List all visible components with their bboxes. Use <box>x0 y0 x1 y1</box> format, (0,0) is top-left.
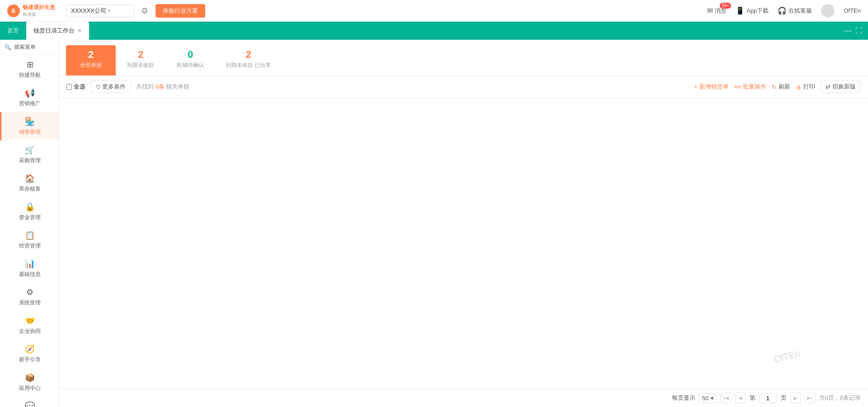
company-selector[interactable]: XXXXXX公司 ▾ <box>66 5 134 17</box>
plus-icon: + <box>694 84 698 90</box>
marketing-icon: 📢 <box>25 88 35 98</box>
sidebar-item-basic[interactable]: 📊 基础信息 <box>0 254 58 283</box>
next-page-button[interactable]: ▶ <box>790 393 801 403</box>
sidebar-item-wechat[interactable]: 💬 企业微信 <box>0 397 58 407</box>
mobile-icon: 📱 <box>736 6 745 15</box>
tab-bar-actions: — ⛶ <box>844 27 868 35</box>
main-layout: 🔍 搜索菜单 ⊞ 快捷导航 📢 营销推广 🏪 销售管理 🛒 采购管理 🏠 库存核… <box>0 40 868 407</box>
refresh-button[interactable]: ↻ 刷新 <box>772 83 790 91</box>
grid-icon: ⊞ <box>27 60 33 70</box>
sidebar-item-system[interactable]: ⚙ 系统管理 <box>0 283 58 311</box>
company-name: XXXXXX公司 <box>71 7 106 15</box>
sidebar-item-inventory[interactable]: 🏠 库存核算 <box>0 169 58 197</box>
stat-tab-overdue-not-shipped[interactable]: 2 到期未收款 已出库 <box>215 45 282 75</box>
switch-version-button[interactable]: ⇄ 切换新版 <box>821 80 861 93</box>
online-service-button[interactable]: 🎧 在线客服 <box>778 6 812 15</box>
logo-icon: 6 <box>7 5 20 17</box>
trial-button[interactable]: 体验行业方案 <box>156 4 205 18</box>
sidebar-item-appstore[interactable]: 📦 应用中心 <box>0 368 58 397</box>
page-unit: 页 <box>781 394 787 402</box>
sidebar-item-quick-nav[interactable]: ⊞ 快捷导航 <box>0 55 58 84</box>
operation-icon: 📋 <box>25 230 35 240</box>
batch-operation-button[interactable]: ≡≡ 批量操作 <box>734 83 766 91</box>
total-info: 共0页，0条记录 <box>819 394 861 402</box>
coop-icon: 🤝 <box>25 316 35 326</box>
select-all-checkbox[interactable]: 全选 <box>66 83 85 91</box>
gear-icon: ⚙ <box>141 6 148 16</box>
stat-tab-wangpu[interactable]: 0 旺铺待确认 <box>165 45 215 75</box>
system-icon: ⚙ <box>26 287 33 297</box>
dropdown-arrow-icon: ▾ <box>711 395 714 402</box>
tab-bar: 首页 钱货日清工作台 ✕ — ⛶ <box>0 22 868 40</box>
purchase-icon: 🛒 <box>25 145 35 155</box>
stat-tab-all[interactable]: 2 全部单据 <box>66 45 116 75</box>
appstore-icon: 📦 <box>25 373 35 383</box>
chevron-down-icon: ▾ <box>108 8 110 13</box>
per-page-label: 每页显示 <box>672 394 695 402</box>
sidebar-item-coop[interactable]: 🤝 企业协同 <box>0 311 58 340</box>
message-badge: 99+ <box>720 3 731 9</box>
page-input[interactable] <box>759 393 777 403</box>
toolbar: 全选 ▽ 更多条件 共找到 0条 相关单据 + 新增销货单 ≡≡ 批量操作 <box>59 76 868 98</box>
stat-tab-overdue-unpaid[interactable]: 2 到期未收款 <box>116 45 165 75</box>
per-page-select[interactable]: 50 ▾ <box>699 393 717 403</box>
settings-button[interactable]: ⚙ <box>137 4 152 18</box>
checkbox-input[interactable] <box>66 84 72 90</box>
guide-icon: 🧭 <box>25 344 35 354</box>
filter-icon: ▽ <box>96 84 100 90</box>
page-label: 第 <box>750 394 755 402</box>
sidebar-item-finance[interactable]: 🔒 资金管理 <box>0 197 58 226</box>
message-icon: ✉ <box>707 6 713 15</box>
headset-icon: 🎧 <box>778 6 787 15</box>
refresh-icon: ↻ <box>772 84 777 90</box>
pagination: 每页显示 50 ▾ |◀ ◀ 第 页 ▶ ▶| 共0页，0条记录 <box>59 388 868 407</box>
prev-page-button[interactable]: ◀ <box>735 393 746 403</box>
logo-text: 畅捷通好生意 标准版 <box>23 4 55 18</box>
tab-home[interactable]: 首页 <box>0 22 26 40</box>
content-area: 2 全部单据 2 到期未收款 0 旺铺待确认 2 到期未收款 已出库 全选 <box>59 40 868 407</box>
table-area <box>59 98 868 388</box>
sidebar: 🔍 搜索菜单 ⊞ 快捷导航 📢 营销推广 🏪 销售管理 🛒 采购管理 🏠 库存核… <box>0 40 59 407</box>
stats-tabs: 2 全部单据 2 到期未收款 0 旺铺待确认 2 到期未收款 已出库 <box>59 40 868 76</box>
header-right: ✉ 消息 99+ 📱 App下载 🎧 在线客服 OfTEn <box>707 4 861 18</box>
sidebar-item-marketing[interactable]: 📢 营销推广 <box>0 84 58 112</box>
app-download-button[interactable]: 📱 App下载 <box>736 6 769 15</box>
basic-icon: 📊 <box>25 259 35 269</box>
add-sales-order-button[interactable]: + 新增销货单 <box>694 83 729 91</box>
wechat-icon: 💬 <box>25 401 35 407</box>
print-icon: 🖨 <box>796 84 802 90</box>
sales-icon: 🏪 <box>25 117 35 126</box>
sidebar-item-purchase[interactable]: 🛒 采购管理 <box>0 140 58 169</box>
user-name[interactable]: OfTEn <box>844 7 861 14</box>
filter-button[interactable]: ▽ 更多条件 <box>91 80 131 93</box>
sidebar-item-guide[interactable]: 🧭 新手引导 <box>0 340 58 368</box>
minimize-icon[interactable]: — <box>844 27 852 35</box>
finance-icon: 🔒 <box>25 202 35 212</box>
selected-info: 共找到 0条 相关单据 <box>136 83 189 91</box>
sidebar-search-button[interactable]: 🔍 搜索菜单 <box>0 40 58 55</box>
message-button[interactable]: ✉ 消息 99+ <box>707 6 726 15</box>
maximize-icon[interactable]: ⛶ <box>855 27 863 35</box>
logo-area: 6 畅捷通好生意 标准版 <box>7 4 66 18</box>
batch-icon: ≡≡ <box>734 84 741 90</box>
last-page-button[interactable]: ▶| <box>805 393 816 403</box>
toolbar-right: + 新增销货单 ≡≡ 批量操作 ↻ 刷新 🖨 打印 ⇄ 切换新版 <box>694 80 861 93</box>
first-page-button[interactable]: |◀ <box>721 393 731 403</box>
print-button[interactable]: 🖨 打印 <box>796 83 815 91</box>
switch-icon: ⇄ <box>826 84 830 90</box>
avatar[interactable] <box>821 4 835 18</box>
top-header: 6 畅捷通好生意 标准版 XXXXXX公司 ▾ ⚙ 体验行业方案 ✉ 消息 99… <box>0 0 868 22</box>
inventory-icon: 🏠 <box>25 173 35 183</box>
close-icon[interactable]: ✕ <box>77 28 82 34</box>
search-icon: 🔍 <box>5 44 11 51</box>
tab-cash-flow[interactable]: 钱货日清工作台 ✕ <box>26 22 89 40</box>
sidebar-item-operation[interactable]: 📋 经营管理 <box>0 226 58 254</box>
sidebar-item-sales[interactable]: 🏪 销售管理 <box>0 112 58 140</box>
